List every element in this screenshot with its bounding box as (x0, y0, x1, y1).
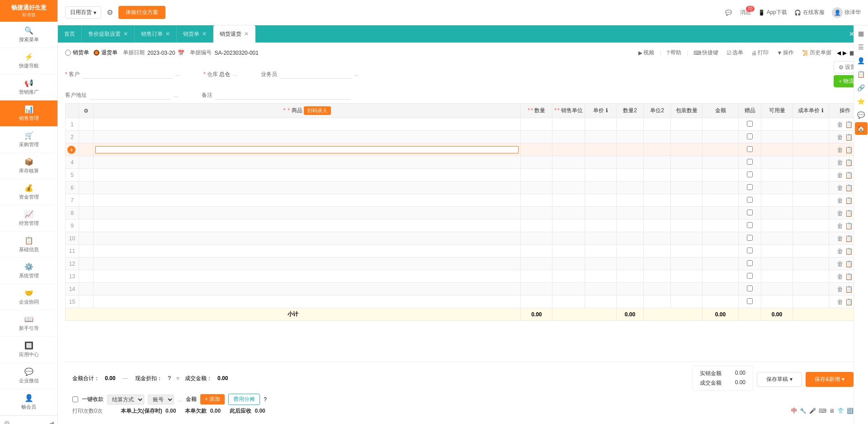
product-input[interactable] (95, 146, 519, 153)
tab-sales-order[interactable]: 销售订单 ✕ (135, 25, 177, 43)
gift-checkbox[interactable] (747, 235, 753, 241)
tool6-icon[interactable]: 🔢 (847, 408, 854, 414)
gift-checkbox[interactable] (747, 172, 753, 177)
gift-cell[interactable] (739, 181, 761, 194)
gift-checkbox[interactable] (747, 197, 753, 203)
fee-split-btn[interactable]: 费用分摊 (228, 394, 260, 405)
delete-icon[interactable]: 🗑 (837, 298, 843, 305)
copy-icon[interactable]: 📋 (845, 222, 853, 229)
tab-sales[interactable]: 销货单 ✕ (177, 25, 213, 43)
message-btn[interactable]: 💬 70 消息 (725, 9, 751, 16)
gift-checkbox[interactable] (747, 298, 753, 304)
delete-icon[interactable]: 🗑 (837, 222, 843, 229)
gift-cell[interactable] (739, 118, 761, 131)
copy-icon[interactable]: 📋 (845, 210, 853, 217)
right-panel-chat-btn[interactable]: 💬 (855, 109, 868, 121)
delete-icon[interactable]: 🗑 (837, 159, 843, 166)
gift-cell[interactable] (739, 207, 761, 219)
gift-cell[interactable] (739, 295, 761, 308)
product-cell[interactable] (94, 131, 521, 143)
settings-gear-icon[interactable]: ⚙ (107, 8, 113, 17)
add-payment-btn[interactable]: + 添加 (200, 394, 225, 405)
product-cell[interactable] (94, 232, 521, 245)
tab-home[interactable]: 首页 (58, 25, 82, 43)
gift-checkbox[interactable] (747, 121, 753, 127)
app-logo[interactable]: 畅捷通好生意 标准版 (0, 0, 57, 22)
copy-icon[interactable]: 📋 (845, 159, 853, 166)
delete-icon[interactable]: 🗑 (837, 210, 843, 217)
scan-btn[interactable]: 扫码录入 (304, 106, 331, 115)
product-cell[interactable] (94, 257, 521, 270)
fee-help-icon[interactable]: ? (264, 396, 267, 403)
delete-icon[interactable]: 🗑 (837, 248, 843, 255)
discount-help-icon[interactable]: ? (168, 375, 171, 381)
select-btn[interactable]: ☑ 选单 (724, 48, 746, 57)
tool1-icon[interactable]: 🔧 (800, 408, 807, 414)
save-new-btn[interactable]: 保存&新增 ▾ (806, 372, 854, 387)
right-panel-clipboard-btn[interactable]: 📋 (855, 68, 868, 81)
sidebar-item-system[interactable]: ⚙️ 系统管理 (0, 258, 57, 284)
delete-icon[interactable]: 🗑 (837, 133, 843, 141)
gift-cell[interactable] (739, 270, 761, 283)
sidebar-item-wechat[interactable]: 💬 企业微信 (0, 363, 57, 389)
gift-checkbox[interactable] (747, 260, 753, 266)
tool5-icon[interactable]: 👕 (837, 408, 844, 414)
gift-checkbox[interactable] (747, 146, 753, 152)
sidebar-item-sales[interactable]: 📊 销售管理 (0, 100, 57, 127)
exp-btn[interactable]: 体验行业方案 (118, 6, 165, 19)
right-panel-user-btn[interactable]: 👤 (855, 54, 868, 67)
user-menu[interactable]: 👤 徐泽华 (832, 7, 861, 18)
copy-icon[interactable]: 📋 (845, 248, 853, 255)
industry-select[interactable]: 日用百货 ▾ (65, 6, 101, 19)
product-cell[interactable] (94, 143, 521, 156)
gift-cell[interactable] (739, 131, 761, 143)
add-row-btn[interactable]: + (67, 146, 75, 154)
product-cell[interactable] (94, 219, 521, 232)
radio-return[interactable]: 退货单 (94, 49, 118, 57)
product-cell[interactable] (94, 283, 521, 295)
tool3-icon[interactable]: ⌨ (819, 408, 826, 414)
print-btn[interactable]: 🖨 打印 (749, 48, 771, 57)
account-dots[interactable]: ... (178, 396, 182, 403)
sidebar-item-member[interactable]: 👤 畅会员 (0, 389, 57, 415)
sidebar-item-partner[interactable]: 🤝 企业协同 (0, 284, 57, 310)
customer-dots[interactable]: ... (175, 71, 180, 77)
account-select[interactable]: 账号 (148, 395, 174, 405)
product-cell[interactable] (94, 270, 521, 283)
tab-sales-return-close[interactable]: ✕ (244, 31, 249, 37)
product-cell[interactable] (94, 245, 521, 257)
delete-icon[interactable]: 🗑 (837, 146, 843, 153)
copy-icon[interactable]: 📋 (845, 172, 853, 179)
settings-icon[interactable]: ⚙ (4, 419, 10, 424)
delete-icon[interactable]: 🗑 (837, 184, 843, 191)
calc-method-select[interactable]: 结算方式 (107, 395, 144, 405)
sidebar-item-finance[interactable]: 💰 资金管理 (0, 179, 57, 205)
delete-icon[interactable]: 🗑 (837, 286, 843, 293)
copy-icon[interactable]: 📋 (845, 184, 853, 191)
one-key-pay-checkbox[interactable] (72, 396, 78, 402)
delete-icon[interactable]: 🗑 (837, 197, 843, 204)
salesman-input[interactable] (280, 70, 351, 79)
sidebar-item-operation[interactable]: 📈 经营管理 (0, 205, 57, 232)
product-cell[interactable] (94, 118, 521, 131)
delete-icon[interactable]: 🗑 (837, 121, 843, 128)
copy-icon[interactable]: 📋 (845, 146, 853, 153)
copy-icon[interactable]: 📋 (845, 133, 853, 141)
tab-price-extract-close[interactable]: ✕ (123, 31, 128, 37)
gift-cell[interactable] (739, 156, 761, 169)
delete-icon[interactable]: 🗑 (837, 172, 843, 179)
gift-checkbox[interactable] (747, 222, 753, 228)
tab-price-extract[interactable]: 售价提取设置 ✕ (82, 25, 135, 43)
gift-cell[interactable] (739, 232, 761, 245)
right-panel-home-btn[interactable]: 🏠 (855, 122, 868, 135)
copy-icon[interactable]: 📋 (845, 197, 853, 204)
gift-checkbox[interactable] (747, 159, 753, 165)
tab-sales-order-close[interactable]: ✕ (165, 31, 170, 37)
shortcut-btn[interactable]: ⌨ 快捷键 (691, 48, 721, 57)
gift-cell[interactable] (739, 219, 761, 232)
gift-checkbox[interactable] (747, 273, 753, 279)
address-dots[interactable]: ... (174, 92, 178, 99)
product-cell[interactable] (94, 295, 521, 308)
copy-icon[interactable]: 📋 (845, 298, 853, 305)
copy-icon[interactable]: 📋 (845, 260, 853, 267)
